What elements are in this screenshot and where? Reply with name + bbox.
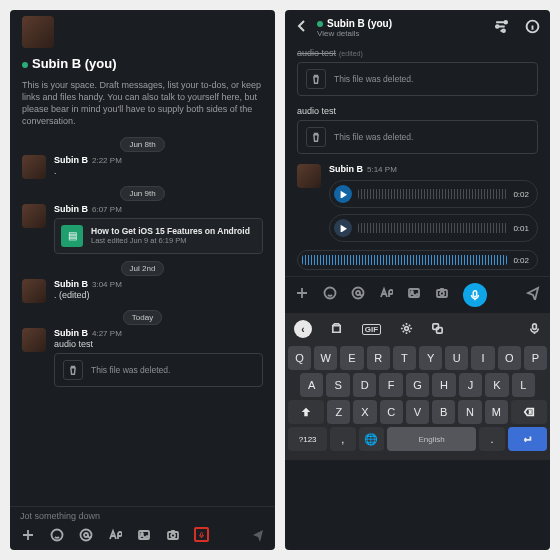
- keyboard-suggestion-bar: ‹ GIF: [288, 317, 547, 343]
- info-icon[interactable]: [525, 19, 540, 38]
- date-separator: Jun 8th: [22, 138, 263, 149]
- slack-dm-self-left: Subin B (you) This is your space. Draft …: [10, 10, 275, 550]
- key-u[interactable]: U: [445, 346, 468, 370]
- lang-key[interactable]: 🌐: [359, 427, 384, 451]
- key-d[interactable]: D: [353, 373, 376, 397]
- avatar[interactable]: [297, 164, 321, 188]
- key-j[interactable]: J: [459, 373, 482, 397]
- trash-icon: [306, 69, 326, 89]
- key-z[interactable]: Z: [327, 400, 350, 424]
- gif-button[interactable]: GIF: [362, 324, 381, 335]
- comma-key[interactable]: ,: [330, 427, 355, 451]
- attachment-card[interactable]: ▤ How to Get iOS 15 Features on Android …: [54, 218, 263, 254]
- backspace-key[interactable]: [511, 400, 547, 424]
- send-icon[interactable]: [526, 286, 540, 304]
- message[interactable]: Subin B2:22 PM .: [22, 155, 263, 179]
- presence-dot-icon: [22, 62, 28, 68]
- key-x[interactable]: X: [353, 400, 376, 424]
- filter-icon[interactable]: [494, 19, 509, 38]
- recording-clip[interactable]: 0:02: [297, 250, 538, 270]
- key-b[interactable]: B: [432, 400, 455, 424]
- key-e[interactable]: E: [340, 346, 363, 370]
- back-icon[interactable]: [295, 19, 309, 37]
- key-m[interactable]: M: [485, 400, 508, 424]
- key-t[interactable]: T: [393, 346, 416, 370]
- shift-key[interactable]: [288, 400, 324, 424]
- key-l[interactable]: L: [512, 373, 535, 397]
- message[interactable]: audio test This file was deleted.: [297, 106, 538, 154]
- play-icon[interactable]: [334, 185, 352, 203]
- period-key[interactable]: .: [479, 427, 504, 451]
- key-o[interactable]: O: [498, 346, 521, 370]
- key-r[interactable]: R: [367, 346, 390, 370]
- date-separator: Jun 9th: [22, 187, 263, 198]
- message[interactable]: audio test(edited) This file was deleted…: [297, 48, 538, 96]
- enter-key[interactable]: [508, 427, 547, 451]
- plus-icon[interactable]: [20, 527, 35, 542]
- view-details-link[interactable]: View details: [317, 29, 486, 38]
- mention-icon[interactable]: [351, 286, 365, 304]
- key-p[interactable]: P: [524, 346, 547, 370]
- translate-icon[interactable]: [431, 322, 444, 337]
- avatar[interactable]: [22, 155, 46, 179]
- key-row: ASDFGHJKL: [288, 373, 547, 397]
- mic-recording-icon[interactable]: [463, 283, 487, 307]
- waveform[interactable]: [358, 223, 507, 233]
- deleted-file-notice: This file was deleted.: [297, 62, 538, 96]
- header: Subin B (you) View details: [285, 10, 550, 42]
- image-icon[interactable]: [136, 527, 151, 542]
- chevron-left-icon[interactable]: ‹: [294, 320, 312, 338]
- key-q[interactable]: Q: [288, 346, 311, 370]
- composer-toolbar: [285, 276, 550, 313]
- message[interactable]: Subin B5:14 PM 0:02 0:01: [297, 164, 538, 242]
- clipboard-icon[interactable]: [330, 322, 343, 337]
- settings-icon[interactable]: [400, 322, 413, 337]
- camera-icon[interactable]: [435, 286, 449, 304]
- deleted-file-notice: This file was deleted.: [297, 120, 538, 154]
- date-separator: Today: [22, 311, 263, 322]
- message[interactable]: Subin B3:04 PM . (edited): [22, 279, 263, 303]
- message[interactable]: Subin B4:27 PM audio test This file was …: [22, 328, 263, 387]
- image-icon[interactable]: [407, 286, 421, 304]
- voice-clip[interactable]: 0:02: [329, 180, 538, 208]
- voice-clip[interactable]: 0:01: [329, 214, 538, 242]
- voice-typing-icon[interactable]: [528, 322, 541, 337]
- key-s[interactable]: S: [326, 373, 349, 397]
- composer-input[interactable]: Jot something down: [10, 506, 275, 523]
- waveform[interactable]: [302, 255, 507, 265]
- send-icon[interactable]: [250, 527, 265, 542]
- plus-icon[interactable]: [295, 286, 309, 304]
- format-icon[interactable]: [379, 286, 393, 304]
- mic-icon[interactable]: [194, 527, 209, 542]
- key-row: ZXCVBNM: [288, 400, 547, 424]
- key-v[interactable]: V: [406, 400, 429, 424]
- waveform[interactable]: [358, 189, 507, 199]
- key-w[interactable]: W: [314, 346, 337, 370]
- symbols-key[interactable]: ?123: [288, 427, 327, 451]
- format-icon[interactable]: [107, 527, 122, 542]
- camera-icon[interactable]: [165, 527, 180, 542]
- mention-icon[interactable]: [78, 527, 93, 542]
- key-row: ?123 , 🌐 English .: [288, 427, 547, 451]
- avatar[interactable]: [22, 204, 46, 228]
- space-key[interactable]: English: [387, 427, 477, 451]
- key-c[interactable]: C: [380, 400, 403, 424]
- emoji-icon[interactable]: [49, 527, 64, 542]
- play-icon[interactable]: [334, 219, 352, 237]
- key-k[interactable]: K: [485, 373, 508, 397]
- avatar: [22, 16, 54, 48]
- trash-icon: [306, 127, 326, 147]
- key-g[interactable]: G: [406, 373, 429, 397]
- key-h[interactable]: H: [432, 373, 455, 397]
- message[interactable]: Subin B6:07 PM ▤ How to Get iOS 15 Featu…: [22, 204, 263, 254]
- key-i[interactable]: I: [471, 346, 494, 370]
- avatar[interactable]: [22, 328, 46, 352]
- key-n[interactable]: N: [458, 400, 481, 424]
- avatar[interactable]: [22, 279, 46, 303]
- key-f[interactable]: F: [379, 373, 402, 397]
- emoji-icon[interactable]: [323, 286, 337, 304]
- channel-title: Subin B (you): [22, 56, 263, 71]
- key-a[interactable]: A: [300, 373, 323, 397]
- doc-icon: ▤: [61, 225, 83, 247]
- key-y[interactable]: Y: [419, 346, 442, 370]
